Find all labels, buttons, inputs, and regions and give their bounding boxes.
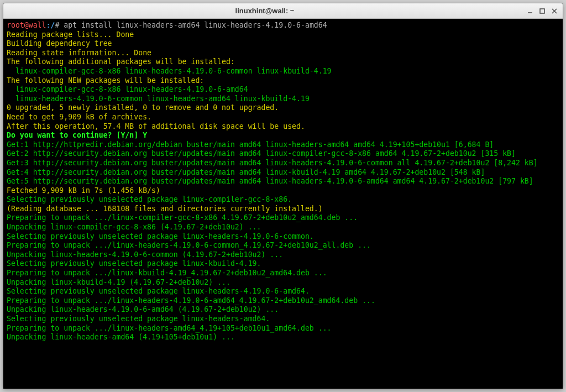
output-line: Preparing to unpack .../linux-headers-am… <box>7 324 559 333</box>
output-line: Selecting previously unselected package … <box>7 195 559 205</box>
svg-rect-1 <box>540 9 544 13</box>
output-line: Get:1 http://httpredir.debian.org/debian… <box>7 140 559 150</box>
output-line: Unpacking linux-headers-4.19.0-6-amd64 (… <box>7 305 559 315</box>
output-line: Preparing to unpack .../linux-compiler-g… <box>7 213 559 223</box>
output-line: Unpacking linux-kbuild-4.19 (4.19.67-2+d… <box>7 278 559 288</box>
output-line: The following NEW packages will be insta… <box>7 76 559 86</box>
output-line: Get:3 http://security.debian.org buster/… <box>7 159 559 168</box>
prompt-user: root@wall <box>7 21 46 29</box>
output-line: linux-headers-4.19.0-6-common linux-head… <box>7 95 559 104</box>
output-line: The following additional packages will b… <box>7 58 559 67</box>
output-line: Selecting previously unselected package … <box>7 315 559 324</box>
output-line: Reading state information... Done <box>7 49 559 58</box>
output-line: Selecting previously unselected package … <box>7 287 559 296</box>
output-line: Unpacking linux-compiler-gcc-8-x86 (4.19… <box>7 223 559 232</box>
output-line: Selecting previously unselected package … <box>7 232 559 242</box>
output-line: Do you want to continue? [Y/n] Y <box>7 131 559 140</box>
output-line: (Reading database ... 168108 files and d… <box>7 205 559 214</box>
prompt-line: root@wall:/# apt install linux-headers-a… <box>7 21 559 30</box>
output-line: linux-compiler-gcc-8-x86 linux-headers-4… <box>7 85 559 95</box>
output-line: Get:2 http://security.debian.org buster/… <box>7 149 559 159</box>
minimize-button[interactable] <box>525 6 535 16</box>
titlebar[interactable]: linuxhint@wall: ~ <box>3 3 563 19</box>
command-text: apt install linux-headers-amd64 linux-he… <box>64 21 327 29</box>
output-line: Preparing to unpack .../linux-headers-4.… <box>7 241 559 250</box>
output-line: Get:5 http://security.debian.org buster/… <box>7 177 559 186</box>
output-line: Get:4 http://security.debian.org buster/… <box>7 168 559 177</box>
output-line: Unpacking linux-headers-amd64 (4.19+105+… <box>7 333 559 342</box>
prompt-hash: # <box>55 21 64 29</box>
window-title: linuxhint@wall: ~ <box>7 7 523 15</box>
output-line: Need to get 9,909 kB of archives. <box>7 113 559 122</box>
terminal-body[interactable]: root@wall:/# apt install linux-headers-a… <box>3 19 563 389</box>
output-line: Reading package lists... Done <box>7 30 559 40</box>
output-line: Preparing to unpack .../linux-headers-4.… <box>7 296 559 306</box>
output-line: Building dependency tree <box>7 39 559 49</box>
terminal-window: linuxhint@wall: ~ root@wall:/# apt insta… <box>3 3 563 389</box>
output-line: Fetched 9,909 kB in 7s (1,456 kB/s) <box>7 186 559 196</box>
maximize-button[interactable] <box>537 6 547 16</box>
close-button[interactable] <box>549 6 559 16</box>
output-line: After this operation, 57.4 MB of additio… <box>7 122 559 132</box>
output-line: linux-compiler-gcc-8-x86 linux-headers-4… <box>7 67 559 76</box>
output-line: Selecting previously unselected package … <box>7 259 559 269</box>
output-line: Unpacking linux-headers-4.19.0-6-common … <box>7 250 559 260</box>
output-line: 0 upgraded, 5 newly installed, 0 to remo… <box>7 103 559 113</box>
output-line: Preparing to unpack .../linux-kbuild-4.1… <box>7 269 559 278</box>
